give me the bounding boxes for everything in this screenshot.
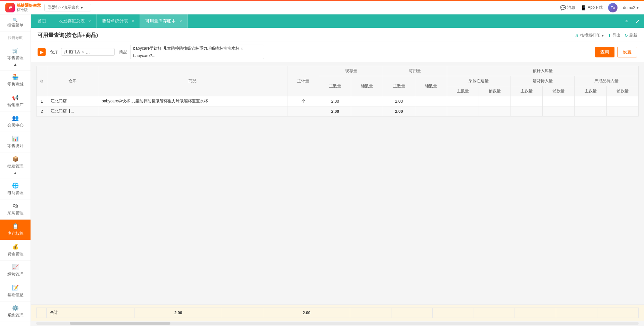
row-1-incoming-main-qty: [511, 96, 543, 106]
query-button[interactable]: 查询: [595, 47, 614, 57]
table-row: 1 江北门店 babycare学饮杯 儿童防摔防撞吸管杯重力球吸嘴杯宝宝水杯 个…: [37, 96, 639, 106]
row-1-available-aux-qty: [415, 96, 447, 106]
row-2-production-main-qty: [575, 106, 606, 117]
chevron-down-icon: ▾: [637, 5, 639, 10]
refresh-icon: ↻: [625, 33, 628, 38]
tab-available-inventory[interactable]: 可用量库存账本 ×: [140, 14, 187, 28]
col-expected-in-header: 预计入库量: [447, 66, 638, 76]
total-available-main-qty: 2.00: [263, 308, 350, 318]
sidebar-item-enterprise[interactable]: 🏢 企业协同: [0, 322, 31, 326]
tab-bar: 首页 收发存汇总表 × 要货单统计表 × 可用量库存账本 × × ⤢: [31, 14, 644, 28]
product-label: 商品: [119, 49, 127, 55]
arrow-icon: ▲: [13, 171, 17, 175]
sidebar-item-member[interactable]: 👥 会员中心: [0, 111, 31, 132]
logo-text: 畅捷通好生意 标准版: [17, 3, 41, 12]
filter-bar: ▶ 仓库 江北门店 × ... 商品: [31, 42, 644, 62]
col-current-stock-header: 现存量: [319, 66, 383, 76]
col-production-main-qty-header: 主数量: [575, 86, 606, 96]
app-download-button[interactable]: 📱 App下载: [581, 5, 603, 10]
message-button[interactable]: 💬 消息: [560, 5, 575, 10]
sidebar-search-button[interactable]: 🔍 搜索菜单: [0, 14, 31, 32]
filter-expand-button[interactable]: ▶: [38, 48, 46, 56]
marketing-icon: 📢: [12, 94, 19, 101]
refresh-button[interactable]: ↻ 刷新: [625, 33, 637, 38]
tab-receive-send[interactable]: 收发存汇总表 ×: [53, 14, 97, 28]
scroll-track[interactable]: [36, 322, 639, 325]
row-2-purchase-aux-qty: [479, 106, 511, 117]
remove-product-tag-1[interactable]: ×: [241, 46, 243, 51]
row-2-incoming-main-qty: [511, 106, 543, 117]
col-product-header: 商品: [98, 66, 287, 96]
export-button[interactable]: ⬆ 导出: [608, 33, 621, 38]
row-1-seq: 1: [37, 96, 47, 106]
tab-close-order-stats[interactable]: ×: [131, 18, 134, 24]
col-current-main-qty-header: 主数量: [319, 76, 351, 96]
sidebar-item-finance[interactable]: 💰 资金管理: [0, 240, 31, 261]
sidebar: 🔍 搜索菜单 快捷导航 🛒 零售管理 ▲ 🏪 零售商城 📢 营销推广 👥 会员中…: [0, 14, 31, 326]
row-1-purchase-aux-qty: [479, 96, 511, 106]
row-1-main-unit: 个: [287, 96, 319, 106]
product-tag-1: babycare学饮杯 儿童防摔防撞吸管杯重力球吸嘴杯宝宝水杯 ×: [133, 46, 243, 51]
sidebar-item-operations[interactable]: 📈 经营管理: [0, 261, 31, 281]
remove-warehouse-tag[interactable]: ×: [82, 50, 84, 54]
sidebar-item-marketing[interactable]: 📢 营销推广: [0, 91, 31, 111]
product-input[interactable]: babycare学饮杯 儿童防摔防撞吸管杯重力球吸嘴杯宝宝水杯 × babyca…: [130, 45, 264, 59]
tab-close-receive-send[interactable]: ×: [88, 18, 91, 24]
content-area: 首页 收发存汇总表 × 要货单统计表 × 可用量库存账本 × × ⤢: [31, 14, 644, 326]
tab-close-available-inventory[interactable]: ×: [179, 18, 182, 24]
warehouse-filter-group: 仓库 江北门店 × ...: [50, 48, 115, 56]
template-print-button[interactable]: 🖨 按模板打印 ▾: [575, 33, 604, 38]
system-icon: ⚙️: [12, 305, 19, 311]
row-2-available-main-qty: 2.00: [383, 106, 415, 117]
row-2-warehouse: 江北门店【...: [47, 106, 98, 117]
tab-close-all-button[interactable]: ×: [623, 17, 631, 25]
warehouse-label: 仓库: [50, 49, 58, 55]
row-2-seq: 2: [37, 106, 47, 117]
warehouse-ellipsis[interactable]: ...: [86, 49, 90, 55]
chevron-down-icon: ▾: [81, 5, 83, 10]
avatar[interactable]: Ea: [608, 3, 618, 12]
col-incoming-header: 进货待入量: [511, 76, 575, 86]
chevron-down-icon: ▾: [602, 33, 604, 38]
row-2-purchase-main-qty: [447, 106, 479, 117]
logo-icon: 好: [5, 3, 15, 12]
col-available-header: 可用量: [383, 66, 447, 76]
arrow-icon: ▲: [13, 62, 17, 67]
table-container: ⚙ 仓库 商品 主计量 现存量 可用量 预计入库量 主数量 辅数量: [31, 62, 644, 305]
tab-expand-button[interactable]: ⤢: [633, 17, 641, 25]
tab-home[interactable]: 首页: [31, 14, 53, 28]
settings-button[interactable]: 设置: [617, 47, 637, 57]
finance-icon: 💰: [12, 243, 19, 250]
purchase-icon: 🛍: [13, 203, 18, 209]
sidebar-item-zero-sales[interactable]: 🛒 零售管理 ▲: [0, 44, 31, 71]
sidebar-item-retail-stats[interactable]: 📊 零售统计: [0, 132, 31, 152]
col-settings-header[interactable]: ⚙: [37, 66, 47, 96]
wholesale-icon: 📦: [12, 156, 19, 162]
scroll-thumb[interactable]: [70, 322, 170, 325]
col-warehouse-header: 仓库: [47, 66, 98, 96]
sidebar-item-ecommerce[interactable]: 🌐 电商管理: [0, 179, 31, 199]
col-purchase-aux-qty-header: 辅数量: [479, 86, 511, 96]
scroll-bar-area: [31, 321, 644, 326]
sidebar-item-inventory[interactable]: 📋 库存核算: [0, 220, 31, 240]
industry-selector[interactable]: 母婴行业演示账套 ▾: [44, 4, 91, 11]
row-2-available-aux-qty: [415, 106, 447, 117]
tab-order-stats[interactable]: 要货单统计表 ×: [97, 14, 140, 28]
total-row: 合计 2.00 2.00: [37, 308, 639, 318]
tab-actions: × ⤢: [620, 14, 644, 28]
sidebar-item-online-shop[interactable]: 🏪 零售商城: [0, 71, 31, 91]
stats-icon: 📊: [12, 135, 19, 142]
warehouse-input[interactable]: 江北门店 × ...: [61, 48, 115, 56]
sidebar-item-system[interactable]: ⚙️ 系统管理: [0, 301, 31, 322]
basic-info-icon: 📝: [12, 284, 19, 291]
user-name[interactable]: demo2 ▾: [623, 5, 639, 10]
col-current-aux-qty-header: 辅数量: [351, 76, 383, 96]
table-row: 2 江北门店【... 2.00 2.00: [37, 106, 639, 117]
settings-icon[interactable]: ⚙: [40, 79, 44, 84]
total-current-main-qty: 2.00: [135, 308, 222, 318]
top-bar-right: 💬 消息 📱 App下载 Ea demo2 ▾: [560, 3, 639, 12]
sidebar-item-wholesale[interactable]: 📦 批发管理 ▲: [0, 152, 31, 179]
sidebar-item-purchase[interactable]: 🛍 采购管理: [0, 199, 31, 220]
sidebar-item-basic-info[interactable]: 📝 基础信息: [0, 281, 31, 301]
col-incoming-aux-qty-header: 辅数量: [543, 86, 575, 96]
